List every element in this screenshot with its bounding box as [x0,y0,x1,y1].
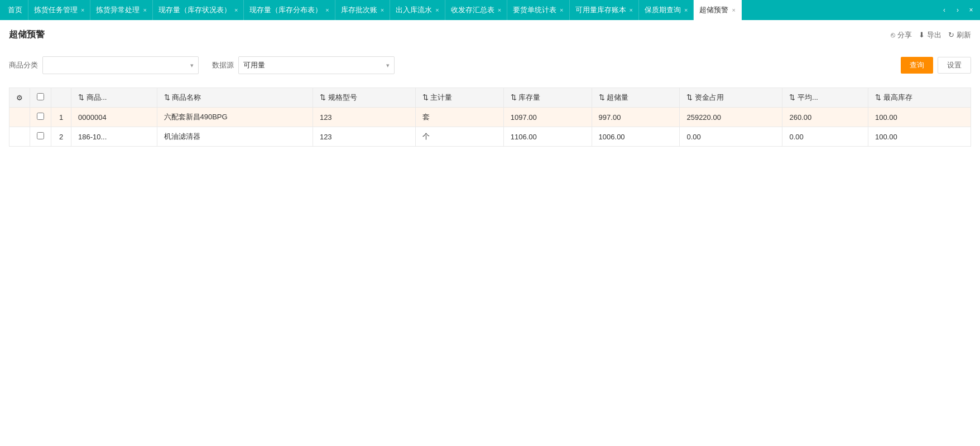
close-pick-task[interactable]: × [81,7,84,13]
page-title: 超储预警 [9,29,45,41]
category-arrow-icon: ▾ [190,62,194,69]
table-header-row: ⚙ ⇅ 商品... ⇅ 商品名称 ⇅ 规格型号 ⇅ 主计量 ⇅ [9,88,971,108]
row-stock-0: 1097.00 [503,108,592,127]
settings-button[interactable]: 设置 [938,57,971,74]
th-over-stock[interactable]: ⇅ 超储量 [592,88,680,108]
th-max-stock[interactable]: ⇅ 最高库存 [868,88,971,108]
category-filter: 商品分类 ▾ [9,56,199,74]
th-spec[interactable]: ⇅ 规格型号 [313,88,415,108]
close-over-stock[interactable]: × [732,7,735,13]
row-avg-1: 0.00 [782,127,868,147]
datasource-label: 数据源 [212,60,234,70]
row-product-name-0: 六配套新昌490BPG [157,108,313,127]
row-over-stock-1: 1006.00 [592,127,680,147]
nav-close-arrow[interactable]: × [964,0,978,20]
close-order-stat[interactable]: × [560,7,563,13]
th-product-name[interactable]: ⇅ 商品名称 [157,88,313,108]
th-checkbox [30,88,51,108]
nav-arrows: ‹ › × [938,0,978,20]
close-stock-status[interactable]: × [234,7,238,13]
close-batch[interactable]: × [381,7,384,13]
row-stock-1: 1106.00 [503,127,592,147]
export-icon: ⬇ [919,31,925,39]
close-stock-dist[interactable]: × [325,7,329,13]
nav-stock-status[interactable]: 现存量（库存状况表） × [153,0,244,20]
th-index [51,88,71,108]
close-shelf-life[interactable]: × [684,7,688,13]
nav-avail-stock[interactable]: 可用量库存账本 × [570,0,639,20]
row-index-0: 1 [51,108,71,127]
nav-summary[interactable]: 收发存汇总表 × [445,0,507,20]
row-gear-cell [9,127,30,147]
nav-next-arrow[interactable]: › [951,0,964,20]
row-product-code-1: 186-10... [71,127,157,147]
th-avg[interactable]: ⇅ 平均... [782,88,868,108]
category-select[interactable]: ▾ [42,56,199,74]
row-index-1: 2 [51,127,71,147]
datasource-select[interactable]: 可用量 ▾ [238,56,395,74]
row-checkbox-0[interactable] [37,113,44,120]
row-gear-cell [9,108,30,127]
datasource-filter: 数据源 可用量 ▾ [212,56,395,74]
select-all-checkbox[interactable] [37,93,44,100]
export-button[interactable]: ⬇ 导出 [919,30,941,40]
nav-pick-exception[interactable]: 拣货异常处理 × [90,0,152,20]
nav-home[interactable]: 首页 [2,0,28,20]
row-capital-0: 259220.00 [680,108,782,127]
row-product-code-0: 0000004 [71,108,157,127]
th-product-code[interactable]: ⇅ 商品... [71,88,157,108]
nav-inout[interactable]: 出入库流水 × [390,0,445,20]
nav-over-stock[interactable]: 超储预警 × [694,0,741,20]
nav-prev-arrow[interactable]: ‹ [938,0,951,20]
row-checkbox-cell [30,108,51,127]
row-checkbox-cell [30,127,51,147]
filter-area: 商品分类 ▾ 数据源 可用量 ▾ 查询 设置 [9,50,971,81]
refresh-button[interactable]: ↻ 刷新 [948,30,971,40]
data-table: ⚙ ⇅ 商品... ⇅ 商品名称 ⇅ 规格型号 ⇅ 主计量 ⇅ [9,88,971,147]
table-row: 2 186-10... 机油滤清器 123 个 1106.00 1006.00 … [9,127,971,147]
th-gear[interactable]: ⚙ [9,88,30,108]
row-over-stock-0: 997.00 [592,108,680,127]
category-label: 商品分类 [9,60,38,70]
row-capital-1: 0.00 [680,127,782,147]
row-spec-1: 123 [313,127,415,147]
nav-order-stat[interactable]: 要货单统计表 × [507,0,569,20]
nav-pick-task[interactable]: 拣货任务管理 × [28,0,90,20]
top-nav: 首页 拣货任务管理 × 拣货异常处理 × 现存量（库存状况表） × 现存量（库存… [0,0,980,20]
query-button[interactable]: 查询 [901,57,933,74]
th-unit[interactable]: ⇅ 主计量 [415,88,503,108]
close-summary[interactable]: × [498,7,501,13]
row-unit-0: 套 [415,108,503,127]
row-unit-1: 个 [415,127,503,147]
row-max-stock-0: 100.00 [868,108,971,127]
header-actions: ⎋ 分享 ⬇ 导出 ↻ 刷新 [891,30,971,40]
row-product-name-1: 机油滤清器 [157,127,313,147]
nav-stock-dist[interactable]: 现存量（库存分布表） × [244,0,335,20]
nav-shelf-life[interactable]: 保质期查询 × [639,0,694,20]
share-button[interactable]: ⎋ 分享 [891,30,912,40]
row-checkbox-1[interactable] [37,132,44,139]
filter-buttons: 查询 设置 [901,57,971,74]
datasource-arrow-icon: ▾ [386,62,390,69]
th-stock[interactable]: ⇅ 库存量 [503,88,592,108]
page-content: 超储预警 ⎋ 分享 ⬇ 导出 ↻ 刷新 商品分类 ▾ 数据源 [0,20,980,446]
table-row: 1 0000004 六配套新昌490BPG 123 套 1097.00 997.… [9,108,971,127]
nav-batch[interactable]: 库存批次账 × [335,0,390,20]
close-pick-exception[interactable]: × [143,7,146,13]
datasource-value: 可用量 [243,60,265,70]
close-avail-stock[interactable]: × [630,7,633,13]
row-spec-0: 123 [313,108,415,127]
page-header: 超储预警 ⎋ 分享 ⬇ 导出 ↻ 刷新 [9,29,971,41]
row-max-stock-1: 100.00 [868,127,971,147]
th-capital[interactable]: ⇅ 资金占用 [680,88,782,108]
refresh-icon: ↻ [948,31,954,39]
row-avg-0: 260.00 [782,108,868,127]
close-inout[interactable]: × [435,7,439,13]
share-icon: ⎋ [891,31,895,39]
